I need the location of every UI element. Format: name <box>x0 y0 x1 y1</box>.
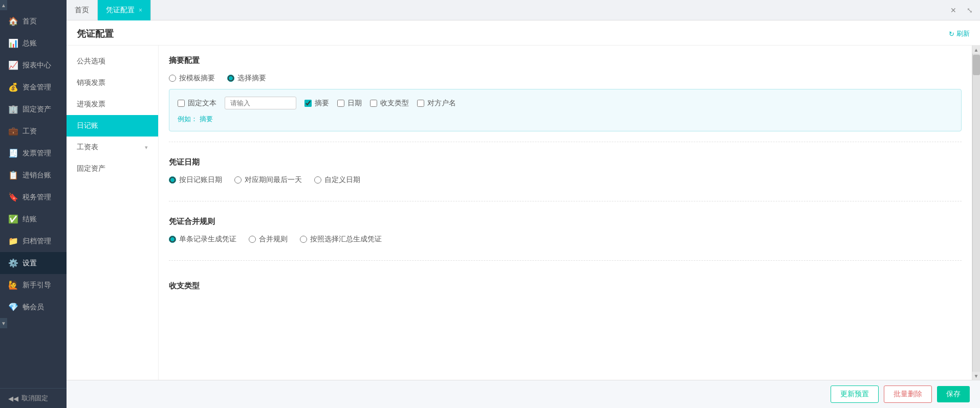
refresh-button[interactable]: ↻ 刷新 <box>949 29 970 38</box>
sidebar-label-home: 首页 <box>23 17 37 26</box>
checkbox-fixed-text[interactable]: 固定文本 <box>178 99 216 108</box>
sidebar-item-invoice[interactable]: 🧾 发票管理 <box>0 142 67 164</box>
page-title: 凭证配置 <box>77 28 114 40</box>
left-nav-item-sales[interactable]: 销项发票 <box>67 72 158 94</box>
checkbox-counter-name[interactable]: 对方户名 <box>417 99 456 108</box>
sidebar-scroll-up[interactable]: ▲ <box>0 0 7 10</box>
tab-voucher-config[interactable]: 凭证配置× <box>98 0 151 20</box>
scroll-up-arrow[interactable]: ▲ <box>972 46 981 54</box>
save-button[interactable]: 保存 <box>937 386 970 402</box>
checkbox-payment-type[interactable]: 收支类型 <box>370 99 409 108</box>
left-nav-item-purchase_inv[interactable]: 进项发票 <box>67 94 158 115</box>
scroll-down-arrow[interactable]: ▼ <box>972 372 981 380</box>
checkbox-payment-type-input[interactable] <box>370 100 377 107</box>
sidebar-item-close[interactable]: ✅ 结账 <box>0 208 67 230</box>
right-content: 摘要配置 按模板摘要 选择摘要 <box>159 46 972 380</box>
funds-icon: 💰 <box>8 82 18 92</box>
reports-icon: 📈 <box>8 60 18 70</box>
sidebar-label-settings: 设置 <box>23 259 37 268</box>
left-nav-label-payroll_table: 工资表 <box>77 143 98 152</box>
tab-label-voucher-config: 凭证配置 <box>106 6 135 15</box>
sidebar: ▲ 🏠 首页📊 总账📈 报表中心💰 资金管理🏢 固定资产💼 工资🧾 发票管 <box>0 0 67 408</box>
radio-custom-date-input[interactable] <box>314 176 321 184</box>
radio-single-record-input[interactable] <box>169 236 176 243</box>
sidebar-item-ledger[interactable]: 📊 总账 <box>0 32 67 54</box>
left-nav-item-journal[interactable]: 日记账 <box>67 115 158 137</box>
left-nav-label-purchase_inv: 进项发票 <box>77 100 105 109</box>
summary-radio-group: 按模板摘要 选择摘要 <box>169 74 962 83</box>
sidebar-item-assets[interactable]: 🏢 固定资产 <box>0 98 67 120</box>
tab-close-voucher-config[interactable]: × <box>139 7 142 14</box>
radio-select-summary-input[interactable] <box>227 75 234 82</box>
radio-select-merge-input[interactable] <box>300 236 307 243</box>
merge-rules-radio-group: 单条记录生成凭证 合并规则 按照选择汇总生成凭证 <box>169 235 962 244</box>
sidebar-unpin[interactable]: ◀◀ 取消固定 <box>0 388 67 408</box>
example-label: 例如： <box>178 115 198 123</box>
radio-last-day-input[interactable] <box>234 176 242 184</box>
sidebar-label-assets: 固定资产 <box>23 105 51 114</box>
bottom-bar: 更新预置 批量删除 保存 <box>67 380 980 408</box>
radio-last-day[interactable]: 对应期间最后一天 <box>234 175 302 185</box>
sidebar-item-settings[interactable]: ⚙️ 设置 <box>0 252 67 274</box>
batch-delete-button[interactable]: 批量删除 <box>884 386 932 403</box>
radio-by-journal-date-input[interactable] <box>169 176 176 184</box>
fixed-text-input[interactable] <box>225 97 296 109</box>
sidebar-item-vip[interactable]: 💎 畅会员 <box>0 296 67 318</box>
body-split: 公共选项销项发票进项发票日记账工资表▾固定资产 摘要配置 按模板摘要 <box>67 46 980 380</box>
radio-by-journal-date[interactable]: 按日记账日期 <box>169 175 222 185</box>
summary-config-title: 摘要配置 <box>169 56 962 65</box>
summary-config-section: 摘要配置 按模板摘要 选择摘要 <box>169 56 962 142</box>
checkbox-summary-input[interactable] <box>304 100 312 107</box>
radio-single-record[interactable]: 单条记录生成凭证 <box>169 235 236 244</box>
checkbox-date-input[interactable] <box>337 100 344 107</box>
merge-rules-section: 凭证合并规则 单条记录生成凭证 合并规则 <box>169 217 962 261</box>
payment-type-section: 收支类型 <box>169 276 962 309</box>
summary-checkbox-row: 固定文本 摘要 日期 <box>178 97 953 109</box>
archive-icon: 📁 <box>8 236 18 246</box>
sidebar-item-home[interactable]: 🏠 首页 <box>0 10 67 32</box>
left-nav-item-payroll_table[interactable]: 工资表▾ <box>67 137 158 158</box>
left-nav-label-public: 公共选项 <box>77 57 105 66</box>
left-nav-item-fixed_assets[interactable]: 固定资产 <box>67 158 158 179</box>
sidebar-item-archive[interactable]: 📁 归档管理 <box>0 230 67 252</box>
left-nav-item-public[interactable]: 公共选项 <box>67 51 158 72</box>
sidebar-item-purchase[interactable]: 📋 进销台账 <box>0 164 67 186</box>
invoice-icon: 🧾 <box>8 148 18 158</box>
purchase-icon: 📋 <box>8 170 18 180</box>
assets-icon: 🏢 <box>8 104 18 114</box>
sidebar-scroll-down[interactable]: ▼ <box>0 318 7 328</box>
radio-template-summary-input[interactable] <box>169 75 176 82</box>
sidebar-item-tax[interactable]: 🔖 税务管理 <box>0 186 67 208</box>
sidebar-item-reports[interactable]: 📈 报表中心 <box>0 54 67 76</box>
radio-select-summary[interactable]: 选择摘要 <box>227 74 266 83</box>
tab-home[interactable]: 首页 <box>67 0 98 20</box>
voucher-date-title: 凭证日期 <box>169 157 962 167</box>
sidebar-label-purchase: 进销台账 <box>23 171 51 180</box>
sidebar-item-guide[interactable]: 🙋 新手引导 <box>0 274 67 296</box>
checkbox-summary[interactable]: 摘要 <box>304 99 329 108</box>
left-nav-label-fixed_assets: 固定资产 <box>77 164 105 173</box>
sidebar-item-funds[interactable]: 💰 资金管理 <box>0 76 67 98</box>
update-preview-button[interactable]: 更新预置 <box>831 386 879 403</box>
radio-custom-date[interactable]: 自定义日期 <box>314 175 360 185</box>
radio-template-summary[interactable]: 按模板摘要 <box>169 74 215 83</box>
checkbox-fixed-text-input[interactable] <box>178 100 185 107</box>
radio-select-merge[interactable]: 按照选择汇总生成凭证 <box>300 235 382 244</box>
refresh-icon: ↻ <box>949 30 954 38</box>
close-icon: ✅ <box>8 214 18 224</box>
sidebar-scroll: ▲ 🏠 首页📊 总账📈 报表中心💰 资金管理🏢 固定资产💼 工资🧾 发票管 <box>0 0 67 388</box>
close-tab-btn[interactable]: ✕ <box>947 4 960 16</box>
radio-merge-rule-input[interactable] <box>249 236 256 243</box>
left-nav-label-journal: 日记账 <box>77 121 98 130</box>
voucher-date-radio-group: 按日记账日期 对应期间最后一天 自定义日期 <box>169 175 962 185</box>
tab-bar: 首页凭证配置× ✕ ⤡ <box>67 0 980 20</box>
radio-merge-rule[interactable]: 合并规则 <box>249 235 288 244</box>
sidebar-label-invoice: 发票管理 <box>23 149 51 158</box>
sidebar-label-payroll: 工资 <box>23 127 37 136</box>
sidebar-item-payroll[interactable]: 💼 工资 <box>0 120 67 142</box>
checkbox-counter-name-input[interactable] <box>417 100 424 107</box>
checkbox-date[interactable]: 日期 <box>337 99 362 108</box>
chevron-payroll_table-icon: ▾ <box>145 144 148 151</box>
resize-tab-btn[interactable]: ⤡ <box>964 4 976 16</box>
payment-type-title: 收支类型 <box>169 281 962 291</box>
